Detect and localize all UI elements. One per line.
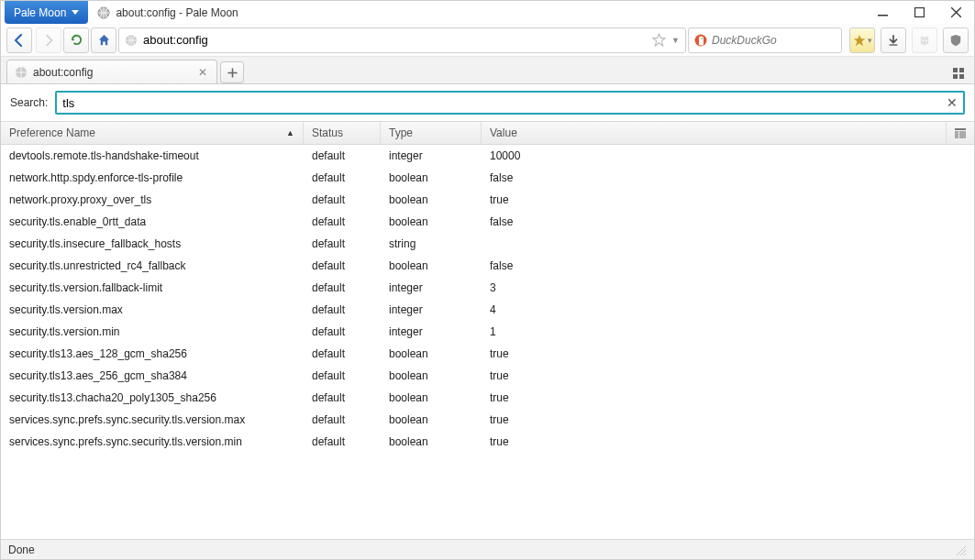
pref-name: services.sync.prefs.sync.security.tls.ve… [1, 435, 304, 448]
minimize-button[interactable] [864, 1, 901, 24]
arrow-right-icon [42, 34, 55, 47]
column-header-value[interactable]: Value [482, 122, 947, 144]
search-engine-icon[interactable] [694, 34, 707, 47]
app-menu-label: Pale Moon [14, 6, 66, 19]
url-input[interactable] [143, 33, 647, 47]
pref-type: boolean [381, 369, 482, 382]
pref-row[interactable]: security.tls.version.fallback-limitdefau… [1, 277, 974, 299]
column-header-name[interactable]: Preference Name ▲ [1, 122, 304, 144]
config-rows[interactable]: devtools.remote.tls-handshake-timeoutdef… [1, 145, 974, 539]
new-tab-button[interactable] [220, 61, 244, 83]
pref-type: boolean [381, 391, 482, 404]
pref-type: boolean [381, 171, 482, 184]
pref-value: true [482, 413, 974, 426]
pref-type: boolean [381, 413, 482, 426]
tab-about-config[interactable]: about:config ✕ [6, 60, 217, 83]
bookmark-star-icon[interactable] [652, 33, 666, 47]
status-text: Done [8, 544, 35, 556]
pref-status: default [304, 171, 381, 184]
all-tabs-button[interactable] [948, 63, 969, 83]
pref-status: default [304, 259, 381, 272]
column-picker-button[interactable] [947, 122, 974, 144]
arrow-left-icon [12, 33, 27, 48]
pref-row[interactable]: security.tls.enable_0rtt_datadefaultbool… [1, 211, 974, 233]
greasemonkey-button[interactable] [912, 27, 937, 53]
pref-name: security.tls.version.min [1, 325, 304, 338]
config-search-input[interactable] [62, 96, 947, 110]
svg-rect-17 [953, 74, 958, 79]
resize-grip-icon[interactable] [954, 544, 967, 556]
window-title: about:config - Pale Moon [88, 1, 247, 24]
svg-point-12 [922, 39, 924, 41]
pref-value: false [482, 215, 974, 228]
pref-row[interactable]: network.proxy.proxy_over_tlsdefaultboole… [1, 189, 974, 211]
pref-value: true [482, 369, 974, 382]
pref-value: 3 [482, 281, 974, 294]
search-bar[interactable] [688, 27, 842, 53]
pref-type: integer [381, 325, 482, 338]
svg-point-13 [925, 39, 927, 41]
identity-icon[interactable] [125, 34, 138, 47]
pref-value: true [482, 193, 974, 206]
pref-row[interactable]: security.tls13.aes_128_gcm_sha256default… [1, 343, 974, 365]
config-column-headers: Preference Name ▲ Status Type Value [1, 121, 974, 145]
reload-button[interactable] [63, 27, 89, 53]
pref-type: integer [381, 149, 482, 162]
svg-rect-20 [955, 131, 958, 138]
tab-favicon [15, 66, 28, 79]
column-header-status[interactable]: Status [304, 122, 381, 144]
clear-search-icon[interactable]: ✕ [947, 95, 958, 110]
pref-status: default [304, 325, 381, 338]
column-header-type[interactable]: Type [381, 122, 482, 144]
url-dropdown-icon[interactable]: ▼ [671, 36, 680, 45]
svg-rect-15 [953, 68, 958, 72]
tab-label: about:config [33, 66, 191, 79]
monkey-icon [918, 34, 931, 47]
shield-icon [949, 34, 962, 47]
config-search-box[interactable]: ✕ [55, 91, 965, 115]
pref-row[interactable]: security.tls.version.maxdefaultinteger4 [1, 299, 974, 321]
maximize-button[interactable] [901, 1, 937, 24]
pref-type: boolean [381, 193, 482, 206]
pref-row[interactable]: security.tls.version.mindefaultinteger1 [1, 321, 974, 343]
pref-name: devtools.remote.tls-handshake-timeout [1, 149, 304, 162]
svg-rect-3 [914, 8, 924, 17]
pref-value: true [482, 435, 974, 448]
url-bar[interactable]: ▼ [118, 27, 686, 53]
column-header-name-label: Preference Name [9, 126, 95, 139]
pref-row[interactable]: security.tls.unrestricted_rc4_fallbackde… [1, 255, 974, 277]
plus-icon [227, 68, 238, 78]
pref-row[interactable]: security.tls13.aes_256_gcm_sha384default… [1, 365, 974, 387]
svg-rect-19 [955, 128, 966, 130]
svg-rect-8 [890, 44, 898, 45]
downloads-button[interactable] [881, 27, 906, 53]
back-button[interactable] [6, 27, 32, 53]
pref-row[interactable]: security.tls13.chacha20_poly1305_sha256d… [1, 387, 974, 409]
search-input[interactable] [712, 34, 850, 47]
pref-name: security.tls13.chacha20_poly1305_sha256 [1, 391, 304, 404]
svg-point-11 [925, 36, 929, 39]
pref-status: default [304, 281, 381, 294]
home-button[interactable] [91, 27, 116, 53]
pref-row[interactable]: network.http.spdy.enforce-tls-profiledef… [1, 167, 974, 189]
pref-row[interactable]: services.sync.prefs.sync.security.tls.ve… [1, 409, 974, 431]
forward-button[interactable] [36, 27, 61, 53]
svg-point-10 [921, 36, 925, 39]
pref-type: integer [381, 303, 482, 316]
titlebar-drag-area[interactable] [248, 1, 864, 24]
pref-type: string [381, 237, 482, 250]
pref-value: false [482, 259, 974, 272]
bookmarks-button[interactable]: ▾ [849, 27, 875, 53]
download-icon [887, 34, 900, 47]
app-menu-button[interactable]: Pale Moon [5, 1, 88, 24]
window-controls [864, 1, 974, 24]
svg-point-6 [701, 38, 703, 39]
pref-name: security.tls.enable_0rtt_data [1, 215, 304, 228]
close-button[interactable] [937, 1, 974, 24]
pref-row[interactable]: services.sync.prefs.sync.security.tls.ve… [1, 431, 974, 453]
ublock-button[interactable] [943, 27, 969, 53]
tab-close-icon[interactable]: ✕ [196, 66, 209, 79]
svg-rect-2 [878, 15, 888, 16]
pref-row[interactable]: devtools.remote.tls-handshake-timeoutdef… [1, 145, 974, 167]
pref-row[interactable]: security.tls.insecure_fallback_hostsdefa… [1, 233, 974, 255]
